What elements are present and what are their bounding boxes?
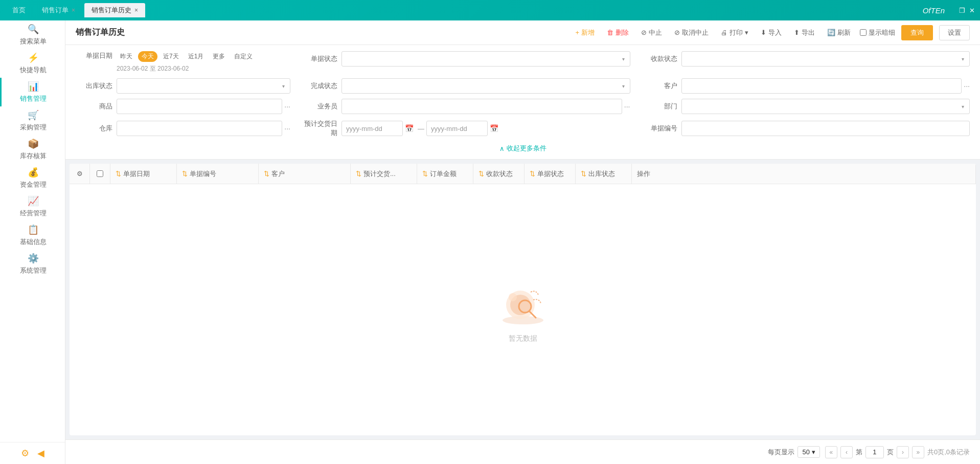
th-customer[interactable]: ⇅ 客户 xyxy=(259,164,351,184)
warehouse-label: 仓库 xyxy=(76,124,117,133)
import-button[interactable]: ⬇ 导入 xyxy=(758,26,785,39)
date-btn-7days[interactable]: 近7天 xyxy=(159,51,183,62)
print-label: 打印 xyxy=(730,28,743,37)
th-amount[interactable]: ⇅ 订单金额 xyxy=(417,164,473,184)
sidebar-collapse-icon[interactable]: ◀ xyxy=(37,448,44,459)
cancel-stop-icon: ⊘ xyxy=(674,29,680,36)
page-size-label: 每页显示 xyxy=(768,448,794,457)
cancel-stop-button[interactable]: ⊘ 取消中止 xyxy=(671,26,712,39)
sidebar-item-operation[interactable]: 📈 经营管理 xyxy=(0,192,65,221)
page-size-arrow-icon: ▾ xyxy=(812,448,815,456)
sidebar-item-purchase-mgmt-label: 采购管理 xyxy=(20,123,47,132)
tab-sales-order-close[interactable]: × xyxy=(72,7,75,14)
delivery-end-calendar-icon[interactable]: 📅 xyxy=(490,124,498,132)
collapse-btn[interactable]: ∧ 收起更多条件 xyxy=(499,144,546,153)
order-no-input[interactable] xyxy=(681,121,970,136)
page-prev-btn[interactable]: ‹ xyxy=(840,446,853,458)
delivery-start-calendar-icon[interactable]: 📅 xyxy=(405,124,414,132)
sales-mgmt-icon: 📊 xyxy=(28,81,39,92)
customer-input[interactable] xyxy=(681,78,962,94)
sidebar-item-purchase-mgmt[interactable]: 🛒 采购管理 xyxy=(0,106,65,135)
sidebar-item-search-menu[interactable]: 🔍 搜索菜单 xyxy=(0,20,65,49)
date-btn-custom[interactable]: 自定义 xyxy=(231,51,256,62)
basic-info-icon: 📋 xyxy=(28,224,39,235)
import-icon: ⬇ xyxy=(761,29,766,36)
delivery-date-end-input[interactable]: yyyy-mm-dd xyxy=(426,121,488,136)
customer-dots-icon[interactable]: ··· xyxy=(964,82,970,90)
page-number-input[interactable] xyxy=(865,446,884,458)
goods-dots-icon[interactable]: ··· xyxy=(284,102,290,111)
sidebar-bottom: ⚙ ◀ xyxy=(0,442,65,464)
delete-button[interactable]: 🗑 删除 xyxy=(604,26,632,39)
refresh-button[interactable]: 🔄 刷新 xyxy=(824,26,854,39)
query-button[interactable]: 查询 xyxy=(901,25,933,40)
sidebar-item-inventory[interactable]: 📦 库存核算 xyxy=(0,135,65,164)
th-amount-label: 订单金额 xyxy=(430,169,457,179)
sidebar-settings-icon[interactable]: ⚙ xyxy=(21,448,29,459)
th-settings[interactable]: ⚙ xyxy=(70,164,90,184)
page-next-btn[interactable]: › xyxy=(897,446,909,458)
tab-sales-order[interactable]: 销售订单 × xyxy=(35,3,82,17)
topbar-right: OfTEn ❐ ✕ xyxy=(923,6,975,15)
salesman-dots-icon[interactable]: ··· xyxy=(624,102,630,111)
th-order-no-sort-icon: ⇅ xyxy=(182,170,188,178)
payment-status-select[interactable]: ▾ xyxy=(681,51,970,67)
sidebar-item-finance[interactable]: 💰 资金管理 xyxy=(0,164,65,192)
tab-sales-order-history[interactable]: 销售订单历史 × xyxy=(84,3,145,17)
restore-btn[interactable]: ❐ xyxy=(959,7,965,14)
payment-status-label: 收款状态 xyxy=(641,54,681,63)
th-ship-status[interactable]: ⇅ 出库状态 xyxy=(576,164,632,184)
finance-icon: 💰 xyxy=(28,167,39,178)
th-checkbox[interactable] xyxy=(90,164,110,184)
warehouse-input[interactable] xyxy=(117,121,282,136)
tab-home[interactable]: 首页 xyxy=(5,3,33,17)
page-size-select: 每页显示 50 ▾ xyxy=(768,446,819,458)
close-btn[interactable]: ✕ xyxy=(969,7,975,14)
sidebar-item-operation-label: 经营管理 xyxy=(20,209,47,218)
page-first-btn[interactable]: « xyxy=(825,446,837,458)
dept-select[interactable]: ▾ xyxy=(681,99,970,114)
sidebar-item-quick-nav[interactable]: ⚡ 快捷导航 xyxy=(0,49,65,78)
inventory-icon: 📦 xyxy=(28,138,39,149)
date-btn-today[interactable]: 今天 xyxy=(138,51,157,62)
th-order-no[interactable]: ⇅ 单据编号 xyxy=(177,164,259,184)
export-button[interactable]: ⬆ 导出 xyxy=(791,26,818,39)
status-select[interactable]: ▾ xyxy=(341,51,630,67)
new-button[interactable]: + 新增 xyxy=(572,26,598,39)
date-btn-yesterday[interactable]: 昨天 xyxy=(117,51,136,62)
sidebar-item-sales-mgmt[interactable]: 📊 销售管理 xyxy=(0,78,65,106)
pagination: 每页显示 50 ▾ « ‹ 第 页 › » 共0页,0条记录 xyxy=(65,439,980,464)
th-delivery[interactable]: ⇅ 预计交货... xyxy=(351,164,417,184)
delivery-date-label: 预计交货日期 xyxy=(301,119,341,138)
select-all-checkbox[interactable] xyxy=(97,170,103,177)
page-unit-label: 页 xyxy=(887,448,894,457)
complete-status-select[interactable]: ▾ xyxy=(341,78,630,94)
display-toggle-checkbox[interactable] xyxy=(860,29,867,36)
search-menu-icon: 🔍 xyxy=(28,24,39,35)
stop-button[interactable]: ⊘ 中止 xyxy=(638,26,665,39)
empty-state: 暂无数据 xyxy=(492,277,554,343)
page-size-dropdown[interactable]: 50 ▾ xyxy=(797,446,819,458)
goods-input[interactable] xyxy=(117,99,282,114)
date-btn-1month[interactable]: 近1月 xyxy=(185,51,208,62)
ship-status-select[interactable]: ▾ xyxy=(117,78,290,94)
print-button[interactable]: 🖨 打印 ▾ xyxy=(718,26,751,39)
th-pay-status[interactable]: ⇅ 收款状态 xyxy=(473,164,525,184)
th-order-status[interactable]: ⇅ 单据状态 xyxy=(525,164,576,184)
page-last-btn[interactable]: » xyxy=(912,446,924,458)
empty-text: 暂无数据 xyxy=(509,334,537,343)
sidebar-item-system-mgmt[interactable]: ⚙️ 系统管理 xyxy=(0,250,65,278)
setting-button[interactable]: 设置 xyxy=(939,25,970,40)
th-order-no-label: 单据编号 xyxy=(190,169,216,179)
warehouse-dots-icon[interactable]: ··· xyxy=(284,124,290,132)
delivery-date-start-input[interactable]: yyyy-mm-dd xyxy=(341,121,403,136)
sidebar-item-basic-info[interactable]: 📋 基础信息 xyxy=(0,221,65,250)
tab-sales-order-history-close[interactable]: × xyxy=(134,7,138,14)
ship-status-label: 出库状态 xyxy=(76,81,117,91)
th-date[interactable]: ⇅ 单据日期 xyxy=(110,164,177,184)
salesman-input[interactable] xyxy=(341,99,622,114)
toolbar: + 新增 🗑 删除 ⊘ 中止 ⊘ 取消中止 🖨 打印 xyxy=(572,25,970,40)
stop-label: 中止 xyxy=(649,28,662,37)
print-icon: 🖨 xyxy=(721,29,727,36)
date-btn-more[interactable]: 更多 xyxy=(209,51,229,62)
